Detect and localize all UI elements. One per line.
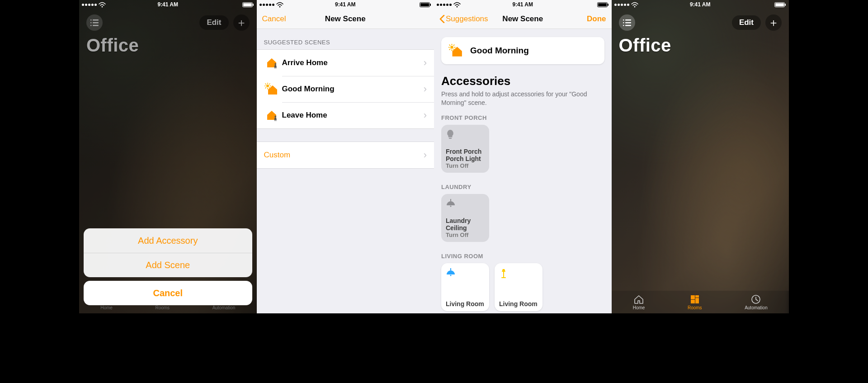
arrive-house-icon — [264, 57, 278, 69]
nav-bar: Suggestions New Scene Done — [434, 9, 612, 29]
accessories-heading: Accessories — [441, 74, 604, 88]
chevron-left-icon — [439, 15, 445, 23]
suggested-scene-arrive-home[interactable]: Arrive Home › — [257, 50, 434, 76]
disclosure-icon: › — [424, 83, 427, 95]
ceiling-light-icon — [446, 268, 456, 277]
add-accessory-button[interactable]: Add Accessory — [84, 228, 252, 253]
sun-house-icon — [264, 83, 278, 95]
accessory-tile-front-porch-light[interactable]: Front PorchPorch Light Turn Off — [441, 125, 489, 173]
status-time: 9:41 AM — [79, 1, 257, 8]
screen-home-action-sheet: 9:41 AM Edit ＋ Office Scenes Good Night … — [79, 0, 257, 313]
add-button[interactable]: ＋ — [765, 14, 782, 31]
automation-tab-icon — [750, 294, 761, 305]
suggested-scene-good-morning[interactable]: Good Morning › — [257, 76, 434, 102]
screen-home-result: 9:41 AM Edit ＋ Office Scenes Good Mornin… — [612, 0, 789, 313]
nav-bar: Cancel New Scene — [257, 9, 434, 29]
status-time: 9:41 AM — [612, 1, 789, 8]
rooms-tab-icon — [689, 294, 700, 305]
custom-scene-button[interactable]: Custom › — [257, 142, 434, 168]
suggested-scene-leave-home[interactable]: Leave Home › — [257, 102, 434, 128]
ceiling-light-icon — [446, 199, 456, 208]
tab-rooms[interactable]: Rooms — [688, 294, 702, 310]
group-header-front-porch: FRONT PORCH — [441, 114, 604, 121]
cancel-button[interactable]: Cancel — [84, 281, 252, 305]
status-bar: 9:41 AM — [434, 0, 612, 9]
disclosure-icon: › — [424, 149, 427, 161]
sun-house-icon — [448, 44, 463, 57]
scene-name-field[interactable]: Good Morning — [441, 37, 604, 64]
disclosure-icon: › — [424, 57, 427, 69]
add-scene-button[interactable]: Add Scene — [84, 253, 252, 277]
group-header-living-room: LIVING ROOM — [441, 253, 604, 260]
nav-title: New Scene — [502, 14, 543, 24]
nav-title: New Scene — [325, 14, 366, 24]
accessory-tile-living-room-1[interactable]: Living Room — [441, 263, 489, 311]
edit-button[interactable]: Edit — [732, 15, 761, 30]
tab-automation[interactable]: Automation — [745, 294, 768, 310]
floor-lamp-icon — [499, 268, 508, 279]
bulb-icon — [446, 129, 455, 139]
plus-icon: ＋ — [768, 15, 779, 30]
status-time: 9:41 AM — [434, 1, 612, 8]
suggested-scenes-header: SUGGESTED SCENES — [257, 29, 434, 49]
screen-new-scene-configure: 9:41 AM Suggestions New Scene Done Good … — [434, 0, 612, 313]
tab-home[interactable]: Home — [633, 294, 645, 310]
disclosure-icon: › — [424, 109, 427, 121]
screen-new-scene-suggestions: 9:41 AM Cancel New Scene SUGGESTED SCENE… — [257, 0, 434, 313]
list-icon — [622, 18, 632, 27]
accessory-tile-living-room-2[interactable]: Living Room — [495, 263, 542, 311]
accessory-tile-laundry-ceiling[interactable]: LaundryCeiling Turn Off — [441, 194, 489, 242]
done-button[interactable]: Done — [587, 9, 606, 29]
back-button[interactable]: Suggestions — [439, 9, 488, 29]
cancel-button[interactable]: Cancel — [262, 9, 286, 29]
status-bar: 9:41 AM — [257, 0, 434, 9]
status-time: 9:41 AM — [257, 1, 434, 8]
leave-house-icon — [264, 109, 278, 122]
accessories-subtext: Press and hold to adjust accessories for… — [441, 90, 604, 107]
action-sheet: Add Accessory Add Scene Cancel — [84, 228, 252, 309]
group-header-laundry: LAUNDRY — [441, 184, 604, 190]
rooms-list-button[interactable] — [619, 14, 635, 31]
status-bar: 9:41 AM — [612, 0, 789, 9]
status-bar: 9:41 AM — [79, 0, 257, 9]
home-tab-icon — [633, 294, 644, 305]
tab-bar: Home Rooms Automation — [612, 291, 789, 313]
page-title: Office — [619, 35, 782, 56]
